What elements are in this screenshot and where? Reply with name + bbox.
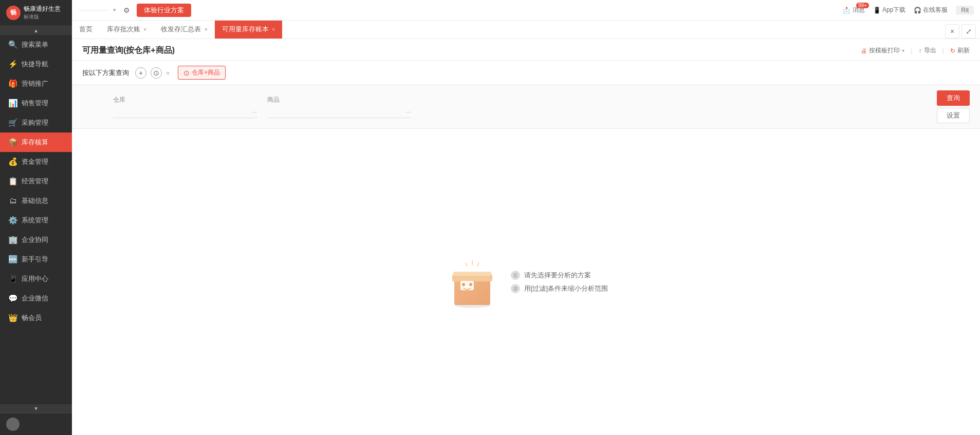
empty-hint-1: ① 请先选择要分析的方案 <box>511 271 608 280</box>
sidebar-item-finance[interactable]: 💰 资金管理 <box>0 152 72 172</box>
filter-settings-button[interactable]: ⊙ <box>151 67 162 79</box>
sidebar-user-bottom[interactable] <box>0 413 72 435</box>
sidebar-item-label: 应用中心 <box>22 274 48 283</box>
sidebar-item-operation[interactable]: 📋 经营管理 <box>0 172 72 191</box>
sidebar-item-search[interactable]: 🔍 搜索菜单 <box>0 35 72 54</box>
tab-close-all-button[interactable]: × <box>945 24 959 39</box>
tab-summary-close[interactable]: × <box>204 26 207 32</box>
product-more-button[interactable]: ··· <box>406 108 411 116</box>
export-button[interactable]: ↑ 导出 <box>919 46 936 55</box>
sidebar-item-wechat[interactable]: 💬 企业微信 <box>0 289 72 308</box>
filter-settings-detail-button[interactable]: 设置 <box>937 108 970 123</box>
main-content: ▾ ⚙ 体验行业方案 📩 消息 99+ 📱 App下载 🎧 在线客服 Rit <box>72 0 980 435</box>
hint-num-2: ② <box>511 284 520 293</box>
sidebar-scroll-up[interactable]: ▲ <box>0 26 72 35</box>
headset-icon: 🎧 <box>914 7 921 14</box>
sidebar-item-system[interactable]: ⚙️ 系统管理 <box>0 211 72 230</box>
print-label: 按模板打印 <box>869 46 900 55</box>
industry-solution-button[interactable]: 体验行业方案 <box>137 4 191 17</box>
svg-point-7 <box>469 283 472 286</box>
message-button[interactable]: 📩 消息 99+ <box>843 6 865 14</box>
tab-summary[interactable]: 收发存汇总表 × <box>154 21 214 39</box>
system-icon: ⚙️ <box>8 216 17 225</box>
warehouse-input[interactable] <box>113 106 252 118</box>
page-title: 可用量查询(按仓库+商品) <box>82 45 175 56</box>
hint-text-2: 用[过滤]条件来缩小分析范围 <box>524 284 608 293</box>
filter-collapse-button[interactable]: « <box>166 69 170 77</box>
tab-summary-label: 收发存汇总表 <box>161 25 201 34</box>
svg-rect-4 <box>453 272 491 276</box>
sidebar-item-marketing[interactable]: 🎁 营销推广 <box>0 74 72 93</box>
print-chevron-icon[interactable]: ▾ <box>902 48 904 53</box>
tab-batch-label: 库存批次账 <box>107 25 140 34</box>
breadcrumb <box>78 9 109 11</box>
filter-add-button[interactable]: + <box>135 67 146 79</box>
tab-batch[interactable]: 库存批次账 × <box>100 21 154 39</box>
sidebar-scroll-down[interactable]: ▼ <box>0 404 72 413</box>
user-account[interactable]: Rit <box>956 6 974 15</box>
page-header: 可用量查询(按仓库+商品) 🖨 按模板打印 ▾ | ↑ 导出 | ↻ 刷新 <box>72 39 980 61</box>
tab-available[interactable]: 可用量库存账本 × <box>215 21 282 39</box>
sidebar-item-label: 销售管理 <box>22 99 48 108</box>
sidebar-item-purchase[interactable]: 🛒 采购管理 <box>0 113 72 133</box>
basicinfo-icon: 🗂 <box>8 196 17 205</box>
svg-line-9 <box>477 262 479 267</box>
refresh-icon: ↻ <box>950 47 955 54</box>
refresh-label: 刷新 <box>957 46 970 55</box>
phone-icon: 📱 <box>873 7 881 14</box>
chevron-down-icon[interactable]: ▾ <box>113 7 116 13</box>
filter-field-warehouse: 仓库 ··· <box>113 96 257 118</box>
filter-scheme-label: 按以下方案查询 <box>82 68 129 78</box>
bell-icon: 📩 <box>843 7 850 14</box>
empty-box-illustration <box>444 256 501 313</box>
tab-available-close[interactable]: × <box>272 26 275 32</box>
tabbar-actions: × ⤢ <box>945 24 980 39</box>
operation-icon: 📋 <box>8 177 17 186</box>
search-icon: 🔍 <box>8 40 17 49</box>
sidebar-item-label: 资金管理 <box>22 157 48 166</box>
finance-icon: 💰 <box>8 157 17 166</box>
divider: | <box>911 47 912 54</box>
sidebar-item-guide[interactable]: 🆕 新手引导 <box>0 250 72 269</box>
sidebar-item-sales[interactable]: 📊 销售管理 <box>0 93 72 113</box>
sidebar-app-title: 畅康通好生意 <box>24 5 61 13</box>
scheme-item-label: 仓库+商品 <box>192 68 220 77</box>
scheme-icon: ⊙ <box>183 69 190 77</box>
page-header-actions: 🖨 按模板打印 ▾ | ↑ 导出 | ↻ 刷新 <box>861 46 970 55</box>
tab-batch-close[interactable]: × <box>143 26 146 32</box>
sidebar-item-appcenter[interactable]: 📱 应用中心 <box>0 269 72 289</box>
product-input[interactable] <box>267 106 406 118</box>
print-button[interactable]: 🖨 按模板打印 ▾ <box>861 46 904 55</box>
tab-home[interactable]: 首页 <box>72 21 100 39</box>
tab-expand-button[interactable]: ⤢ <box>961 24 976 39</box>
tab-home-label: 首页 <box>79 25 93 34</box>
chart-icon: 📊 <box>8 99 17 108</box>
sidebar-item-label: 经营管理 <box>22 177 48 186</box>
sidebar-item-label: 企业微信 <box>22 294 48 303</box>
filter-fields: 仓库 ··· 商品 ··· 查询 设置 <box>72 85 980 129</box>
sidebar-item-inventory[interactable]: 📦 库存核算 <box>0 133 72 152</box>
gift-icon: 🎁 <box>8 79 17 88</box>
sidebar: 畅 畅康通好生意 标准版 ▲ 🔍 搜索菜单 ⚡ 快捷导航 🎁 营销推广 📊 销售… <box>0 0 72 435</box>
sidebar-item-label: 营销推广 <box>22 79 48 88</box>
sidebar-item-member[interactable]: 👑 畅会员 <box>0 308 72 328</box>
user-avatar <box>6 418 20 431</box>
filter-actions: 查询 设置 <box>937 90 970 123</box>
sidebar-item-basicinfo[interactable]: 🗂 基础信息 <box>0 191 72 211</box>
online-service-button[interactable]: 🎧 在线客服 <box>914 6 948 14</box>
sidebar-item-quicknav[interactable]: ⚡ 快捷导航 <box>0 54 72 74</box>
filter-scheme-warehouse-product[interactable]: ⊙ 仓库+商品 <box>178 66 226 80</box>
sidebar-header: 畅 畅康通好生意 标准版 <box>0 0 72 26</box>
gear-icon[interactable]: ⚙ <box>120 4 133 16</box>
export-label: 导出 <box>924 46 936 55</box>
app-label: App下载 <box>882 6 905 14</box>
query-button[interactable]: 查询 <box>937 90 970 106</box>
breadcrumb-item <box>78 9 109 11</box>
app-download-button[interactable]: 📱 App下载 <box>873 6 905 14</box>
warehouse-more-button[interactable]: ··· <box>252 108 257 116</box>
refresh-button[interactable]: ↻ 刷新 <box>950 46 970 55</box>
sidebar-item-enterprise[interactable]: 🏢 企业协同 <box>0 230 72 250</box>
sidebar-logo: 畅 <box>6 6 21 20</box>
quicknav-icon: ⚡ <box>8 60 17 69</box>
sidebar-item-label: 搜索菜单 <box>22 40 48 49</box>
